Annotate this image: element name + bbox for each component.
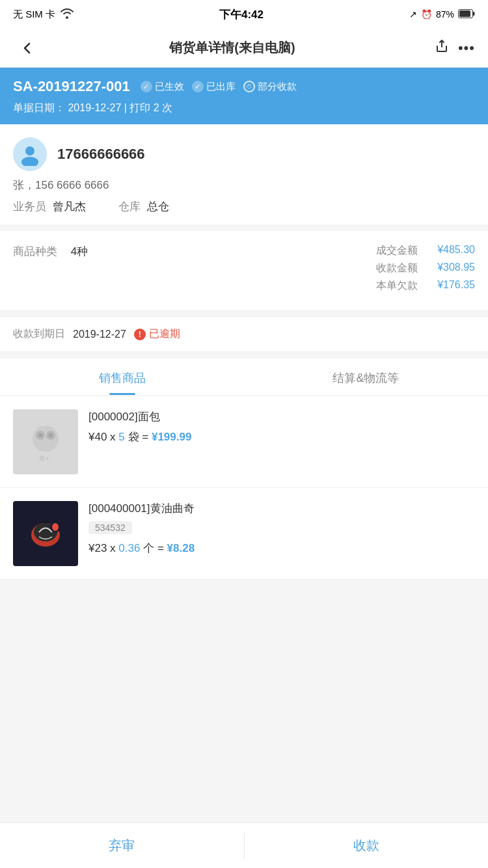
salesperson-item: 业务员 曾凡杰 [13, 199, 86, 214]
svg-point-16 [52, 523, 59, 531]
bottom-bar: 弃审 收款 [0, 822, 488, 868]
cancel-button[interactable]: 弃审 [0, 823, 244, 868]
product-kind-row: 商品种类 4种 [13, 244, 88, 259]
badge-partial-payment: ⏱ 部分收款 [243, 81, 297, 93]
summary-left: 商品种类 4种 [13, 244, 88, 262]
summary-amounts: 成交金额 ¥485.30 收款金额 ¥308.95 本单欠款 ¥176.35 [376, 244, 475, 297]
order-id: SA-20191227-001 [13, 78, 130, 95]
overdue-dot-icon: ! [134, 329, 146, 340]
product-price-1: ¥23 x 0.36 个 = ¥8.28 [88, 541, 475, 556]
summary-card: 商品种类 4种 成交金额 ¥485.30 收款金额 ¥308.95 本单欠款 ¥… [0, 231, 488, 310]
amount-value-2: ¥176.35 [437, 279, 475, 293]
order-header: SA-20191227-001 ✓ 已生效 ✓ 已出库 ⏱ 部分收款 单据日期：… [0, 68, 488, 124]
nav-bar: 销货单详情(来自电脑) ••• [0, 29, 488, 68]
products-list: 鱼+ [0000002]面包 ¥40 x 5 袋 = ¥199.99 [0, 396, 488, 580]
amount-row-2: 本单欠款 ¥176.35 [376, 279, 475, 293]
amount-row-1: 收款金额 ¥308.95 [376, 262, 475, 275]
status-right: ↗ ⏰ 87% [409, 9, 475, 20]
check-icon-1: ✓ [141, 81, 152, 92]
badge-shipped: ✓ 已出库 [192, 81, 236, 93]
customer-card: 17666666666 张，156 6666 6666 业务员 曾凡杰 仓库 总… [0, 124, 488, 224]
unit-0: 袋 [128, 431, 139, 443]
unit-1: 个 [143, 542, 154, 554]
customer-sub-info: 张，156 6666 6666 [13, 178, 475, 193]
more-icon[interactable]: ••• [458, 40, 475, 57]
amount-value-0: ¥485.30 [437, 244, 475, 258]
battery-percent: 87% [436, 9, 454, 20]
total-1: ¥8.28 [167, 542, 195, 554]
status-time: 下午4:42 [219, 7, 264, 22]
due-label: 收款到期日 [13, 327, 65, 341]
svg-rect-2 [459, 10, 470, 17]
product-item-0: 鱼+ [0000002]面包 ¥40 x 5 袋 = ¥199.99 [0, 396, 488, 488]
nav-right-actions: ••• [423, 39, 475, 57]
product-kind-label: 商品种类 [13, 245, 57, 258]
overdue-text: 已逾期 [149, 327, 180, 341]
share-icon[interactable] [435, 39, 449, 57]
product-info-0: [0000002]面包 ¥40 x 5 袋 = ¥199.99 [88, 409, 475, 444]
status-bar: 无 SIM 卡 下午4:42 ↗ ⏰ 87% [0, 0, 488, 29]
product-thumb-1 [13, 501, 78, 566]
print-count: 2 [154, 102, 159, 113]
amount-label-0: 成交金额 [376, 244, 418, 258]
svg-point-3 [25, 146, 34, 156]
order-date-row: 单据日期： 2019-12-27 | 打印 2 次 [13, 102, 475, 115]
svg-text:鱼+: 鱼+ [39, 455, 49, 462]
salesperson-value: 曾凡杰 [53, 199, 86, 214]
qty-1: 0.36 [118, 542, 140, 554]
status-left: 无 SIM 卡 [13, 8, 74, 21]
customer-top: 17666666666 [13, 137, 475, 171]
print-unit: 次 [162, 102, 172, 113]
warehouse-item: 仓库 总仓 [118, 199, 169, 214]
product-info-1: [000400001]黄油曲奇 534532 ¥23 x 0.36 个 = ¥8… [88, 501, 475, 556]
product-price-0: ¥40 x 5 袋 = ¥199.99 [88, 429, 475, 444]
print-label: 打印 [129, 102, 150, 113]
due-date-bar: 收款到期日 2019-12-27 ! 已逾期 [0, 316, 488, 352]
amount-row-0: 成交金额 ¥485.30 [376, 244, 475, 258]
product-kind-value: 4种 [71, 245, 88, 258]
price-base-0: ¥40 [88, 431, 107, 443]
wifi-icon [61, 8, 74, 21]
due-date-value: 2019-12-27 [73, 329, 126, 340]
status-badges: ✓ 已生效 ✓ 已出库 ⏱ 部分收款 [141, 81, 297, 93]
badge-effective: ✓ 已生效 [141, 81, 184, 93]
product-name-1: [000400001]黄油曲奇 [88, 501, 475, 516]
svg-point-9 [49, 433, 53, 437]
price-base-1: ¥23 [88, 542, 107, 554]
location-icon: ↗ [409, 9, 417, 20]
amount-label-1: 收款金额 [376, 262, 418, 275]
svg-rect-1 [472, 12, 474, 16]
back-button[interactable] [13, 40, 42, 56]
salesperson-label: 业务员 [13, 199, 46, 214]
product-item-1: [000400001]黄油曲奇 534532 ¥23 x 0.36 个 = ¥8… [0, 488, 488, 580]
confirm-payment-button[interactable]: 收款 [245, 823, 489, 868]
tab-settlement[interactable]: 结算&物流等 [244, 359, 488, 395]
alarm-icon: ⏰ [421, 9, 432, 20]
tab-sales-products[interactable]: 销售商品 [0, 359, 244, 395]
check-icon-2: ✓ [192, 81, 204, 92]
warehouse-label: 仓库 [118, 199, 141, 214]
product-thumb-0: 鱼+ [13, 409, 78, 474]
svg-point-4 [21, 157, 38, 166]
customer-meta: 业务员 曾凡杰 仓库 总仓 [13, 199, 475, 214]
overdue-badge: ! 已逾期 [134, 327, 180, 341]
customer-phone: 17666666666 [57, 146, 145, 163]
product-tag-1: 534532 [88, 521, 132, 534]
sim-label: 无 SIM 卡 [13, 8, 55, 21]
product-name-0: [0000002]面包 [88, 409, 475, 424]
amount-label-2: 本单欠款 [376, 279, 418, 293]
amount-value-1: ¥308.95 [437, 262, 475, 275]
battery-icon [458, 9, 475, 20]
qty-0: 5 [118, 431, 124, 443]
avatar [13, 137, 47, 171]
warehouse-value: 总仓 [147, 199, 169, 214]
total-0: ¥199.99 [152, 431, 191, 443]
tabs: 销售商品 结算&物流等 [0, 359, 488, 395]
order-date: 2019-12-27 [68, 102, 121, 113]
page-title: 销货单详情(来自电脑) [42, 39, 423, 57]
date-label: 单据日期： [13, 102, 65, 113]
svg-point-10 [36, 441, 55, 452]
svg-point-8 [38, 433, 42, 437]
clock-icon: ⏱ [243, 81, 255, 92]
